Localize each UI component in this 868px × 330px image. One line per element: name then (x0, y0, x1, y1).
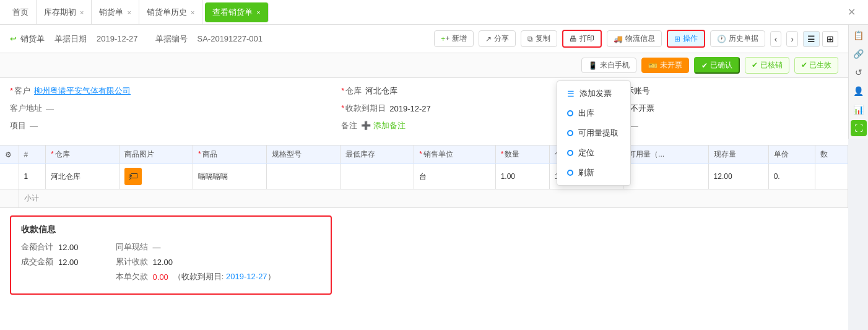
tab-sales-history-close[interactable]: × (191, 9, 194, 16)
customer-value[interactable]: 柳州粤港平安气体有限公司 (34, 85, 131, 97)
col-minstock-header: 最低库存 (341, 145, 414, 164)
tab-home[interactable]: 首页 (5, 0, 37, 25)
balance-due-item: 本单欠款 0.00 （收款到期日: 2019-12-27） (116, 271, 276, 282)
form-row-1: 客户 柳州粤港平安气体有限公司 仓库 河北仓库 业务员 演示账号 (10, 85, 838, 97)
add-invoice-icon: ☰ (567, 89, 575, 98)
add-invoice-item[interactable]: ☰ 添加发票 (557, 84, 630, 103)
payment-info-title: 收款信息 (21, 224, 321, 235)
available-pickup-item[interactable]: 可用量提取 (557, 123, 630, 143)
col-gear-header: ⚙ (0, 145, 19, 164)
deal-amount-value: 12.00 (58, 258, 79, 267)
tab-sales-history[interactable]: 销货单历史 × (139, 0, 202, 25)
operations-button[interactable]: ⊞ 操作 (667, 30, 705, 48)
locate-icon (567, 149, 573, 158)
salesperson2-value: — (630, 121, 638, 131)
sidebar-chart-button[interactable]: 📊 (851, 102, 867, 118)
tab-inventory-init[interactable]: 库存期初 × (37, 0, 92, 25)
note-label: 备注 (341, 120, 357, 131)
from-mobile-button[interactable]: 📱 来自手机 (581, 58, 636, 73)
list-view-button[interactable]: ☰ (803, 31, 820, 47)
total-label: 金额合计 (21, 241, 53, 253)
refresh-icon (567, 168, 573, 178)
prev-button[interactable]: ‹ (770, 31, 782, 47)
balance-due-value: 0.00 (153, 272, 168, 282)
tab-check-sales[interactable]: 查看销货单 × (205, 2, 268, 22)
refresh-item[interactable]: 刷新 (557, 163, 630, 183)
col-spec-header: 规格型号 (267, 145, 341, 164)
print-icon: 🖶 (570, 35, 577, 43)
outbound-icon (567, 109, 573, 118)
close-all-tabs[interactable]: ✕ (840, 6, 863, 18)
cumulative-item: 累计收款 12.00 (116, 256, 173, 267)
col-more-header: 数 (815, 145, 848, 164)
sales-order-icon: ↩ (10, 34, 17, 43)
doc-date-value: 2019-12-27 (97, 34, 138, 43)
col-num-header: # (19, 145, 45, 164)
same-settlement-item: 同单现结 — (116, 241, 161, 253)
sidebar-docs-button[interactable]: 📋 (851, 27, 867, 43)
share-icon: ↗ (485, 35, 492, 43)
row-more (815, 164, 848, 189)
col-unitprice-header: 单价 (768, 145, 815, 164)
copy-button[interactable]: ⧉ 复制 (521, 30, 557, 47)
settings-icon[interactable]: ⚙ (5, 150, 12, 159)
available-icon (567, 129, 573, 138)
col-product-header: 商品 (193, 145, 267, 164)
deal-amount-label: 成交金额 (21, 256, 53, 267)
row-spec (267, 164, 341, 189)
secondary-toolbar: 📱 来自手机 🎫 未开票 ✔ 已确认 ✔ 已核销 ✔ 已生效 (0, 53, 848, 78)
locate-item[interactable]: 定位 (557, 143, 630, 163)
tab-sales-order-close[interactable]: × (127, 9, 131, 16)
operations-wrapper: ⊞ 操作 ☰ 添加发票 出库 (667, 30, 705, 48)
ticket-icon: 🎫 (648, 61, 658, 70)
col-warehouse-header: 仓库 (45, 145, 119, 164)
sidebar-expand-button[interactable]: ⛶ (851, 120, 867, 136)
new-button[interactable]: + + 新增 (434, 30, 473, 47)
grid-view-button[interactable]: ⊞ (822, 31, 838, 47)
plus-note-icon: ➕ (361, 121, 371, 130)
doc-number-value: SA-20191227-001 (197, 34, 263, 43)
project-field: 项目 — (10, 120, 341, 131)
print-button[interactable]: 🖶 打印 (562, 30, 602, 48)
same-settlement-label: 同单现结 (116, 241, 148, 253)
row-salesunit: 台 (414, 164, 495, 189)
tab-sales-order[interactable]: 销货单 × (92, 0, 139, 25)
check-circle-icon2: ✔ (801, 61, 807, 69)
sidebar-link-button[interactable]: 🔗 (851, 46, 867, 62)
not-opened-button[interactable]: 🎫 未开票 (641, 58, 689, 73)
cancelled-status[interactable]: ✔ 已核销 (745, 57, 789, 74)
check-icon: ✔ (701, 61, 708, 70)
doc-date-label: 单据日期 (54, 33, 87, 45)
info-row-1: 金额合计 12.00 同单现结 — (21, 241, 321, 253)
form-row-3: 项目 — 备注 ➕ 添加备注 业务员孟 — (10, 120, 838, 131)
due-date-value: 2019-12-27 (389, 104, 431, 113)
next-button[interactable]: › (786, 31, 798, 47)
confirm-button[interactable]: ✔ 已确认 (694, 57, 740, 74)
view-toggle: ☰ ⊞ (803, 31, 838, 47)
effective-status[interactable]: ✔ 已生效 (794, 57, 838, 74)
share-button[interactable]: ↗ 分享 (479, 30, 516, 47)
col-salesunit-header: 销售单位 (414, 145, 495, 164)
outbound-item[interactable]: 出库 (557, 103, 630, 123)
history-icon: 🕐 (717, 35, 726, 43)
row-gear (0, 164, 19, 189)
balance-due-label: 本单欠款 (116, 271, 148, 282)
payment-info-box: 收款信息 金额合计 12.00 同单现结 — 成交金额 12.00 累计收款 (10, 215, 332, 295)
note-add[interactable]: ➕ 添加备注 (361, 120, 406, 131)
balance-note: （收款到期日: 2019-12-27） (173, 271, 276, 282)
product-image (124, 168, 142, 185)
form-area: 客户 柳州粤港平安气体有限公司 仓库 河北仓库 业务员 演示账号 客户地址 — (0, 78, 848, 145)
tab-inventory-init-close[interactable]: × (80, 9, 84, 16)
sidebar-refresh-button[interactable]: ↺ (851, 64, 867, 80)
tab-check-sales-close[interactable]: × (256, 9, 260, 16)
address-field: 客户地址 — (10, 103, 341, 114)
deal-amount-item: 成交金额 12.00 (21, 256, 79, 267)
cumulative-label: 累计收款 (116, 256, 148, 267)
doc-title: ↩ 销货单 (10, 33, 45, 45)
row-minstock (341, 164, 414, 189)
sidebar-user-button[interactable]: 👤 (851, 83, 867, 99)
logistics-button[interactable]: 🚚 物流信息 (607, 30, 662, 47)
history-button[interactable]: 🕐 历史单据 (710, 30, 765, 47)
data-table-wrap: ⚙ # 仓库 商品图片 商品 规格型号 最低库存 销售单位 数量 包装数量 可用… (0, 145, 848, 208)
doc-meta: 单据日期 2019-12-27 单据编号 SA-20191227-001 (54, 33, 263, 45)
